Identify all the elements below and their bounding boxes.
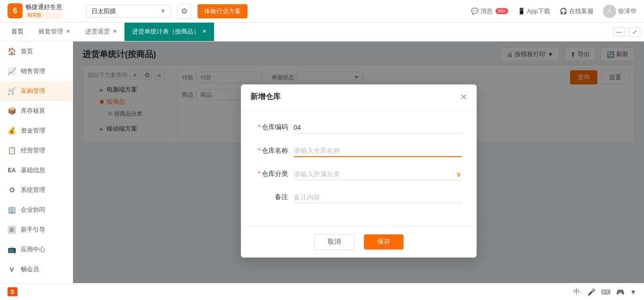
store-name: 日太阳膜: [91, 7, 116, 16]
bottom-logo: S: [8, 287, 17, 296]
gear-button[interactable]: ⚙: [177, 4, 192, 19]
apps-icon: 📺: [8, 245, 16, 254]
sidebar-item-home[interactable]: 🏠 首页: [0, 42, 73, 61]
notifications-btn[interactable]: 💬 消息 99+: [471, 7, 508, 16]
app-badge: 精英版: [25, 11, 62, 19]
name-input[interactable]: [294, 145, 462, 157]
home-tab-label: 首页: [11, 27, 24, 36]
purchase-return-tab-close[interactable]: ✕: [113, 28, 117, 34]
remark-input[interactable]: [294, 192, 462, 203]
main-layout: 🏠 首页 📈 销售管理 🛒 采购管理 📦 库存核算 💰 资金管理 📋 经营管理 …: [0, 42, 644, 300]
logo-text-group: 畅捷通好生意 精英版: [25, 3, 62, 19]
modal-title: 新增仓库: [250, 92, 281, 102]
form-item-code: 仓库编码: [256, 122, 462, 133]
bottom-icons: 中· 🎤 ⌨ 🎮 ▼: [573, 288, 636, 296]
modal-footer: 取消 保存: [241, 226, 477, 258]
tab-home[interactable]: 首页: [4, 23, 31, 41]
username: 徐泽华: [618, 7, 636, 16]
tab-bar: 首页 账套管理 ✕ 进货退货 ✕ 进货单统计表（按商品） ✕ — ⤢: [0, 23, 644, 42]
sidebar-item-member[interactable]: V 畅会员: [0, 259, 73, 279]
purchase-icon: 🛒: [8, 87, 16, 95]
sidebar-enterprise-label: 企业协同: [21, 206, 45, 214]
category-select[interactable]: 请输入所属分类: [294, 168, 462, 180]
sidebar-item-finance[interactable]: 💰 资金管理: [0, 121, 73, 141]
operations-icon: 📋: [8, 146, 16, 155]
purchase-return-tab-label: 进货退货: [85, 27, 110, 36]
code-input[interactable]: [294, 122, 462, 133]
sidebar-item-inventory[interactable]: 📦 库存核算: [0, 101, 73, 121]
sidebar-finance-label: 资金管理: [21, 126, 45, 135]
modal-body: 仓库编码 仓库名称 仓库分类 请输入所属分类: [241, 110, 477, 226]
modal-header: 新增仓库 ✕: [241, 84, 477, 110]
logo-area: 6 畅捷通好生意 精英版: [8, 3, 81, 19]
top-header: 6 畅捷通好生意 精英版 日太阳膜 ▼ ⚙ 体验行业方案 💬 消息 99+ 📱 …: [0, 0, 644, 23]
store-dropdown-arrow: ▼: [160, 8, 166, 15]
account-tab-close[interactable]: ✕: [66, 28, 70, 34]
purchase-stats-tab-close[interactable]: ✕: [202, 28, 206, 34]
tab-maximize-btn[interactable]: ⤢: [629, 27, 640, 37]
user-menu[interactable]: 人 徐泽华: [603, 5, 636, 18]
sidebar-purchase-label: 采购管理: [21, 87, 45, 95]
app-download-icon: 📱: [518, 8, 525, 15]
add-warehouse-modal: 新增仓库 ✕ 仓库编码 仓库名称 仓库: [241, 84, 477, 258]
notification-icon: 💬: [471, 8, 479, 15]
sidebar-item-system[interactable]: ⚙ 系统管理: [0, 180, 73, 200]
form-item-category: 仓库分类 请输入所属分类 ∨: [256, 168, 462, 180]
headset-icon: 🎧: [560, 8, 567, 15]
purchase-stats-tab-label: 进货单统计表（按商品）: [132, 27, 199, 36]
sidebar-basic-info-label: 基础信息: [21, 166, 45, 175]
modal-close-btn[interactable]: ✕: [460, 92, 467, 102]
sidebar-item-purchase[interactable]: 🛒 采购管理: [0, 81, 73, 101]
member-icon: V: [8, 265, 16, 274]
sidebar-inventory-label: 库存核算: [21, 107, 45, 115]
bottom-bar: S 中· 🎤 ⌨ 🎮 ▼: [0, 283, 644, 300]
save-btn[interactable]: 保存: [364, 234, 404, 250]
sidebar-operations-label: 经营管理: [21, 146, 45, 155]
category-label: 仓库分类: [256, 170, 294, 178]
tab-purchase-stats[interactable]: 进货单统计表（按商品） ✕: [124, 23, 214, 41]
tab-minimize-btn[interactable]: —: [613, 27, 625, 37]
sidebar-sales-label: 销售管理: [21, 67, 45, 75]
avatar: 人: [603, 5, 616, 18]
basic-info-icon: EA: [8, 166, 16, 175]
sidebar-item-apps[interactable]: 📺 应用中心: [0, 240, 73, 259]
cancel-btn[interactable]: 取消: [314, 234, 355, 250]
online-service-label: 在线客服: [569, 7, 594, 16]
inventory-icon: 📦: [8, 107, 16, 115]
sidebar-item-basic-info[interactable]: EA 基础信息: [0, 160, 73, 180]
app-name: 畅捷通好生意: [25, 3, 62, 11]
app-download-btn[interactable]: 📱 App下载: [518, 7, 550, 16]
controller-icon[interactable]: 🎮: [616, 288, 624, 296]
store-selector[interactable]: 日太阳膜 ▼: [86, 5, 171, 18]
notification-label: 消息: [480, 7, 493, 16]
enterprise-icon: 🏢: [8, 206, 16, 214]
form-item-remark: 备注: [256, 192, 462, 203]
sidebar-home-label: 首页: [21, 47, 33, 56]
microphone-icon[interactable]: 🎤: [587, 288, 595, 296]
system-icon: ⚙: [8, 186, 16, 194]
remark-label: 备注: [256, 193, 294, 201]
sidebar-apps-label: 应用中心: [21, 245, 45, 254]
online-service-btn[interactable]: 🎧 在线客服: [560, 7, 594, 16]
chevron-down-icon[interactable]: ▼: [630, 288, 636, 296]
account-tab-label: 账套管理: [39, 27, 63, 36]
chinese-input-icon[interactable]: 中·: [573, 288, 582, 296]
guide-icon: 新: [8, 225, 16, 234]
keyboard-icon[interactable]: ⌨: [601, 288, 611, 296]
sidebar-member-label: 畅会员: [21, 265, 39, 274]
tab-account[interactable]: 账套管理 ✕: [31, 23, 78, 41]
code-label: 仓库编码: [256, 123, 294, 132]
form-item-name: 仓库名称: [256, 145, 462, 157]
sidebar-item-guide[interactable]: 新 新手引导: [0, 220, 73, 240]
experience-btn[interactable]: 体验行业方案: [198, 4, 248, 18]
modal-overlay: 新增仓库 ✕ 仓库编码 仓库名称 仓库: [73, 42, 644, 300]
content-area: 进货单统计(按商品) 🖨 按模板打印 ▼ ⬆ 导出 🔄 刷新: [73, 42, 644, 300]
sales-icon: 📈: [8, 67, 16, 75]
sidebar-item-sales[interactable]: 📈 销售管理: [0, 61, 73, 81]
notification-badge: 99+: [495, 8, 508, 14]
app-logo-icon: 6: [8, 3, 23, 18]
sidebar-item-operations[interactable]: 📋 经营管理: [0, 141, 73, 160]
sidebar-item-enterprise[interactable]: 🏢 企业协同: [0, 200, 73, 220]
category-select-wrapper: 请输入所属分类 ∨: [294, 168, 462, 180]
tab-purchase-return[interactable]: 进货退货 ✕: [78, 23, 124, 41]
